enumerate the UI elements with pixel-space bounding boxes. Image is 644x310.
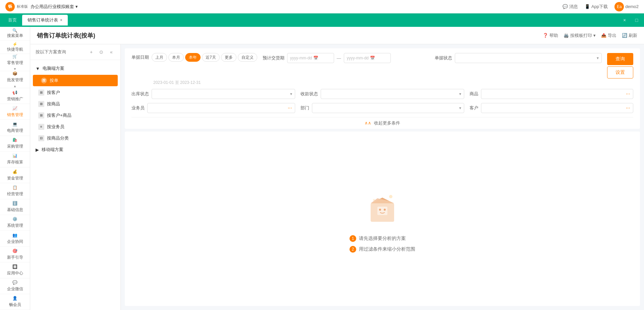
single-status-arrow-icon: ▾ [597,56,599,60]
help-button[interactable]: ❓ 帮助 [543,33,558,39]
out-status-select[interactable]: ▾ [152,89,295,99]
logo-area: 畅 标准版 [5,2,28,11]
by-salesman-icon: ≡ [38,124,44,130]
sidebar-member-label: 畅会员 [9,302,21,308]
left-panel-actions: + ⊙ « [88,48,115,56]
sidebar-item-operations[interactable]: 📋 经营管理 [0,183,30,199]
receipt-status-select[interactable]: ▾ [321,89,464,99]
tree-group-pc[interactable]: ▼ 电脑端方案 [30,63,120,74]
salesman-group: 业务员 ··· [131,103,295,113]
department-select[interactable]: ▾ [312,103,464,113]
export-icon: 📤 [601,33,606,38]
wholesale-icon: 📦 [12,71,17,76]
sidebar-item-appcenter[interactable]: 🔲 应用中心 [0,262,30,278]
collapse-panel-button[interactable]: « [108,48,115,56]
sidebar-item-finance[interactable]: 💰 资金管理 [0,167,30,183]
sidebar-item-retail[interactable]: 🛒 零售管理 ▼ [0,54,30,71]
workspace-selector[interactable]: 办公用品行业模拟账套 ▾ [31,4,78,10]
sidebar-item-inventory[interactable]: 📊 库存核算 [0,152,30,167]
refresh-icon: 🔄 [622,33,627,38]
add-scheme-button[interactable]: + [88,48,95,56]
salesman-label: 业务员 [131,105,145,111]
main-content: 按以下方案查询 + ⊙ « ▼ 电脑端方案 按 [30,44,644,310]
tree-item-by-cust-prod[interactable]: ⊞ 按客户+商品 [30,110,120,121]
sidebar-quicknav-label: 快捷导航 [7,47,23,52]
tree-group-mobile-label: 移动端方案 [42,147,63,153]
tree-item-by-category[interactable]: ⊟ 按商品分类 [30,133,120,144]
sidebar-item-purchase[interactable]: 🛍️ 采购管理 [0,136,30,152]
tree-group-mobile[interactable]: ▶ 移动端方案 [30,144,120,155]
action-buttons: 查询 设置 [607,53,633,79]
settings-button[interactable]: 设置 [607,66,633,79]
message-button[interactable]: 💬 消息 [562,4,578,10]
last-month-btn[interactable]: 上月 [152,53,167,62]
sidebar-ecommerce-label: 电商管理 [7,128,23,134]
sidebar-item-newbie[interactable]: 🎯 新手引导 [0,247,30,262]
basic-icon: ℹ️ [12,201,17,206]
collapse-bar[interactable]: ∧∧ 收起更多条件 [131,117,633,129]
app-download-button[interactable]: 📱 App下载 [585,4,608,10]
this-month-btn[interactable]: 本月 [168,53,184,62]
filter-section: 单据日期 上月 本月 本年 近7天 更多 自定义 预计交货期 [125,48,640,129]
tree-item-by-salesman[interactable]: ≡ 按业务员 [30,121,120,133]
sidebar-wechat-label: 企业微信 [7,286,23,292]
sidebar-item-system[interactable]: ⚙️ 系统管理 [0,215,30,231]
content-area: 销售订单统计表(按单) ❓ 帮助 🖨️ 按模板打印 ▾ 📤 导出 🔄 刷新 [30,27,644,310]
sidebar-item-enterprise[interactable]: 👥 企业协同 [0,231,30,247]
tree-group-pc-label: 电脑端方案 [43,65,64,71]
sidebar-item-sales[interactable]: 📈 销售管理 [0,104,30,120]
last7days-btn[interactable]: 近7天 [202,53,220,62]
query-button[interactable]: 查询 [607,53,633,65]
template-print-button[interactable]: 🖨️ 按模板打印 ▾ [564,33,596,39]
sidebar-operations-label: 经营管理 [7,191,23,197]
tree-item-by-category-label: 按商品分类 [47,135,69,141]
tree-item-by-order[interactable]: 按 按单 [33,75,118,86]
customer-dots-icon: ··· [626,105,630,111]
retail-icon: 🛒 [12,54,17,59]
tab-sales-order[interactable]: 销售订单统计表 × [22,15,68,25]
customer-select[interactable]: ··· [481,103,633,113]
date-range-text: 2023-01-01 至 2023-12-31 [153,80,201,85]
receipt-status-group: 收款状态 ▾ [301,89,464,99]
sidebar-item-marketing[interactable]: 📢 营销推广 [0,88,30,104]
sidebar-item-search[interactable]: 🔍 搜索菜单 [0,27,30,41]
tree-item-by-customer[interactable]: ⊞ 按客户 [30,87,120,98]
sidebar-item-wechat[interactable]: 💬 企业微信 [0,278,30,294]
more-date-btn[interactable]: 更多 [221,53,236,62]
expected-date-end[interactable]: yyyy-mm-dd 📅 [344,53,391,63]
search-icon: 🔍 [12,28,17,33]
custom-date-btn[interactable]: 自定义 [238,53,257,62]
scheme-settings-button[interactable]: ⊙ [98,48,105,56]
left-panel: 按以下方案查询 + ⊙ « ▼ 电脑端方案 按 [30,44,121,310]
tree-item-by-product[interactable]: ⊞ 按商品 [30,98,120,110]
sidebar-item-ecommerce[interactable]: 💻 电商管理 [0,120,30,136]
nav-minimize-button[interactable]: × [620,15,629,25]
sidebar-item-member[interactable]: 👤 畅会员 [0,294,30,310]
expected-date-start[interactable]: yyyy-mm-dd 📅 [287,53,334,63]
tree-item-by-customer-label: 按客户 [47,90,60,96]
print-chevron-icon: ▾ [593,33,596,38]
single-status-select[interactable]: ▾ [455,53,602,63]
wechat-icon: 💬 [12,280,17,285]
logo-text: 标准版 [17,4,28,9]
tab-home[interactable]: 首页 [3,15,22,25]
salesman-select[interactable]: ··· [147,103,295,113]
sidebar-item-basic[interactable]: ℹ️ 基础信息 [0,199,30,215]
user-name: demo2 [625,4,639,9]
product-select[interactable]: ··· [481,89,633,99]
this-year-btn[interactable]: 本年 [185,53,201,62]
sidebar-item-quicknav[interactable]: ⚡ 快捷导航 [0,41,30,54]
sidebar-purchase-label: 采购管理 [7,144,23,149]
refresh-button[interactable]: 🔄 刷新 [622,33,637,39]
nav-maximize-button[interactable]: □ [632,15,641,25]
ecommerce-icon: 💻 [12,122,17,126]
tab-close-icon[interactable]: × [60,18,62,22]
collapse-icon: ∧∧ [365,120,371,125]
member-icon: 👤 [12,296,17,301]
sidebar-item-wholesale[interactable]: 📦 批发管理 ▲ [0,71,30,88]
filter-row-1: 单据日期 上月 本月 本年 近7天 更多 自定义 预计交货期 [131,53,633,79]
user-avatar-area[interactable]: Ea demo2 [614,2,639,11]
export-button[interactable]: 📤 导出 [601,33,616,39]
top-bar-right: 💬 消息 📱 App下载 Ea demo2 [562,2,639,11]
department-label: 部门 [301,105,309,111]
